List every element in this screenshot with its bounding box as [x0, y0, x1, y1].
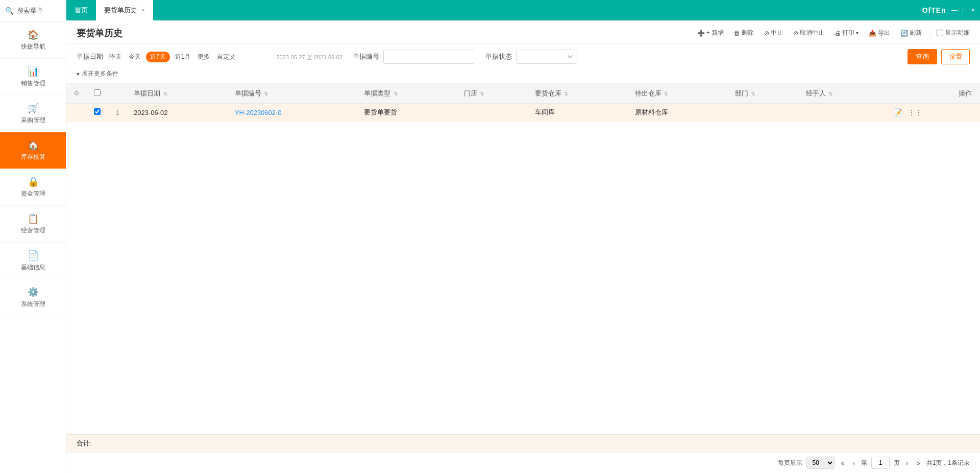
delete-button[interactable]: 🗑 删除 — [732, 27, 756, 39]
date-btn-1month[interactable]: 近1月 — [173, 52, 193, 62]
table-store-col[interactable]: 门店 ⇅ — [458, 84, 529, 103]
table-footer: 合计: — [66, 434, 980, 452]
row-edit-button[interactable]: 📝 — [891, 107, 904, 117]
pagination-bar: 每页显示 10 20 50 100 « ‹ 第 页 › » 共1页，1条记录 — [66, 452, 980, 473]
table-type-col[interactable]: 单据类型 ⇅ — [358, 84, 458, 103]
close-window-button[interactable]: × — [971, 7, 975, 14]
new-label: + 新增 — [706, 29, 724, 37]
date-btn-today[interactable]: 今天 — [127, 52, 143, 62]
prev-page-button[interactable]: ‹ — [851, 458, 857, 468]
table-date-col[interactable]: 单据日期 ⇅ — [128, 84, 229, 103]
sidebar-search[interactable]: 🔍 搜索菜单 — [0, 0, 66, 22]
row-number-cell: 1 — [107, 103, 128, 122]
row-more-button[interactable]: ⋮⋮ — [906, 107, 924, 117]
sidebar: 🔍 搜索菜单 🏠 快捷导航 📊 销售管理 🛒 采购管理 🏠 库存核算 🔒 资金管… — [0, 0, 66, 473]
table-number-col[interactable]: 单据编号 ⇅ — [229, 84, 358, 103]
display-detail-group: 显示明细 — [937, 29, 970, 37]
type-sort-icon: ⇅ — [394, 91, 398, 97]
sidebar-item-purchase[interactable]: 🛒 采购管理 — [0, 96, 66, 132]
doc-number-link[interactable]: YH-20230602-0 — [235, 109, 282, 116]
row-gear-cell — [66, 103, 87, 122]
lock-icon: 🔒 — [28, 176, 39, 187]
page-header: 要货单历史 ➕ + 新增 🗑 删除 ⊘ 中止 ⊘ 取消中止 — [66, 20, 980, 44]
settings-button[interactable]: 设置 — [941, 49, 970, 64]
row-checkbox[interactable] — [94, 108, 101, 115]
stop-button[interactable]: ⊘ 中止 — [762, 27, 785, 39]
doc-number-input[interactable] — [383, 50, 475, 64]
number-sort-icon: ⇅ — [264, 91, 268, 97]
delete-icon: 🗑 — [734, 30, 740, 37]
row-checkbox-cell[interactable] — [87, 103, 107, 122]
row-store-cell — [458, 103, 529, 122]
topbar: 首页 要货单历史 × OfTEn — □ × — [66, 0, 980, 20]
row-department-cell — [729, 103, 800, 122]
row-actions-cell: 📝 ⋮⋮ — [885, 103, 980, 122]
sidebar-item-inventory[interactable]: 🏠 库存核算 — [0, 132, 66, 169]
page-number-input[interactable] — [871, 457, 890, 469]
date-btn-more[interactable]: 更多 — [195, 52, 212, 62]
doc-status-select[interactable] — [516, 50, 577, 64]
sidebar-item-label: 采购管理 — [21, 116, 45, 125]
table-body: 1 2023-06-02 YH-20230602-0 要货单要货 车间库 原材料… — [66, 103, 980, 122]
row-pending-warehouse-cell: 原材料仓库 — [629, 103, 729, 122]
row-doc-number-cell[interactable]: YH-20230602-0 — [229, 103, 358, 122]
sidebar-item-label: 基础信息 — [21, 263, 45, 272]
sidebar-item-finance[interactable]: 🔒 资金管理 — [0, 169, 66, 206]
tab-close-icon[interactable]: × — [141, 7, 145, 14]
brand-label: OfTEn — [922, 6, 946, 14]
table-row[interactable]: 1 2023-06-02 YH-20230602-0 要货单要货 车间库 原材料… — [66, 103, 980, 122]
stop-icon: ⊘ — [764, 30, 769, 37]
type-col-label: 单据类型 — [364, 89, 390, 97]
row-type-cell: 要货单要货 — [358, 103, 458, 122]
refresh-button[interactable]: 🔄 刷新 — [898, 27, 924, 39]
req-warehouse-col-label: 要货仓库 — [535, 89, 561, 97]
cancel-stop-button[interactable]: ⊘ 取消中止 — [791, 27, 826, 39]
table-req-warehouse-col[interactable]: 要货仓库 ⇅ — [529, 84, 629, 103]
store-col-label: 门店 — [464, 89, 477, 97]
tab-home[interactable]: 首页 — [66, 0, 96, 20]
sidebar-item-sales[interactable]: 📊 销售管理 — [0, 59, 66, 96]
sidebar-item-quick-nav[interactable]: 🏠 快捷导航 — [0, 22, 66, 59]
date-btn-custom[interactable]: 自定义 — [215, 52, 237, 62]
minimize-button[interactable]: — — [951, 7, 958, 14]
export-icon: 📤 — [869, 30, 876, 37]
table-checkbox-col[interactable] — [87, 84, 107, 103]
expand-more-btn[interactable]: ▾ 展开更多条件 — [77, 69, 118, 78]
doc-status-label: 单据状态 — [485, 52, 512, 61]
first-page-button[interactable]: « — [839, 458, 846, 468]
display-detail-checkbox[interactable] — [937, 30, 943, 36]
sidebar-item-label: 资金管理 — [21, 190, 45, 198]
page-title: 要货单历史 — [77, 27, 122, 39]
table-pending-warehouse-col[interactable]: 待出仓库 ⇅ — [629, 84, 729, 103]
doc-status-filter-group: 单据状态 — [485, 50, 577, 64]
sidebar-item-label: 系统管理 — [21, 300, 45, 309]
table-header-row: ⚙ 单据日期 ⇅ 单据编号 ⇅ 单据类型 ⇅ — [66, 84, 980, 103]
cart-icon: 🛒 — [28, 103, 39, 114]
export-button[interactable]: 📤 导出 — [867, 27, 892, 39]
table-department-col[interactable]: 部门 ⇅ — [729, 84, 800, 103]
sidebar-item-operations[interactable]: 📋 经营管理 — [0, 206, 66, 243]
date-btn-yesterday[interactable]: 昨天 — [107, 52, 124, 62]
date-sort-icon: ⇅ — [163, 91, 167, 97]
new-button[interactable]: ➕ + 新增 — [695, 27, 726, 39]
toolbar-divider — [930, 29, 930, 37]
table-settings-col[interactable]: ⚙ — [66, 84, 87, 103]
date-filter-label: 单据日期 — [77, 52, 103, 61]
last-page-button[interactable]: » — [914, 458, 922, 468]
page-size-select[interactable]: 10 20 50 100 — [806, 457, 835, 469]
next-page-button[interactable]: › — [904, 458, 910, 468]
tab-requisition-history[interactable]: 要货单历史 × — [96, 0, 153, 20]
pending-warehouse-sort-icon: ⇅ — [664, 91, 668, 97]
print-button[interactable]: 🖨 打印 ▾ — [832, 27, 861, 39]
stop-label: 中止 — [771, 29, 783, 37]
sidebar-item-system[interactable]: ⚙️ 系统管理 — [0, 279, 66, 316]
table-handler-col[interactable]: 经手人 ⇅ — [800, 84, 885, 103]
query-button[interactable]: 查询 — [908, 49, 937, 64]
sidebar-item-basic-info[interactable]: 📄 基础信息 — [0, 243, 66, 279]
page-word: 页 — [894, 459, 900, 467]
select-all-checkbox[interactable] — [94, 89, 101, 96]
date-btn-7days[interactable]: 近7天 — [146, 52, 170, 62]
maximize-button[interactable]: □ — [963, 7, 966, 14]
topbar-right: OfTEn — □ × — [922, 6, 980, 14]
department-sort-icon: ⇅ — [751, 91, 755, 97]
